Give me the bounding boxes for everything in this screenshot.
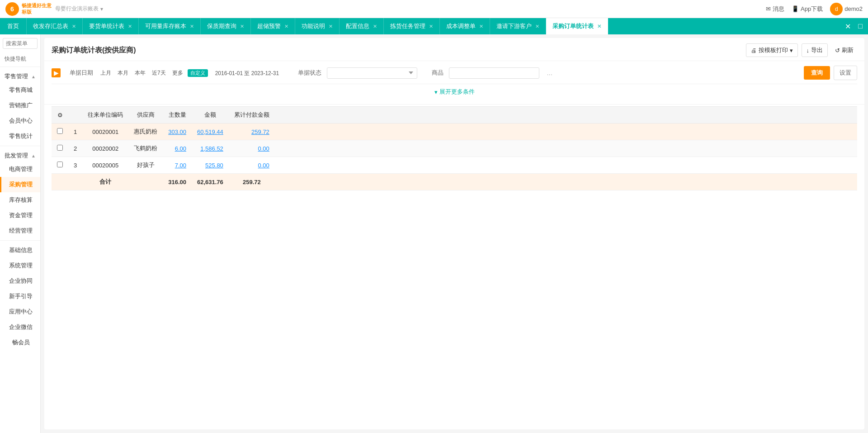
sidebar-item-finance[interactable]: 资金管理 [0, 208, 40, 223]
tab-yaoqing[interactable]: 邀请下游客户 ✕ [490, 18, 546, 34]
sidebar-item-member-center[interactable]: 会员中心 [0, 113, 40, 128]
tab-yaohuo[interactable]: 要货单统计表 ✕ [83, 18, 139, 34]
shortcut-more[interactable]: 更多 [170, 68, 185, 78]
tab-yaohuo-close[interactable]: ✕ [128, 24, 132, 29]
logo-icon: 6 [5, 2, 19, 16]
table-row: 1 00020001 惠氏奶粉 303.00 60,519.44 259.72 [52, 124, 857, 140]
export-button[interactable]: ↓ 导出 [802, 43, 828, 57]
sidebar-item-newguide[interactable]: 新手引导 [0, 289, 40, 304]
tab-peizhi-close[interactable]: ✕ [373, 24, 377, 29]
row-qty-0: 303.00 [163, 124, 192, 140]
status-select[interactable] [327, 67, 417, 79]
sidebar-item-inventory[interactable]: 库存核算 [0, 192, 40, 208]
sidebar-item-retail-shop[interactable]: 零售商城 [0, 82, 40, 98]
logo-area: 6 畅捷通好生意 标版 [5, 2, 52, 16]
sidebar-item-system[interactable]: 系统管理 [0, 258, 40, 273]
footer-amount: 62,631.76 [192, 174, 229, 190]
th-settings[interactable]: ⚙ [52, 107, 68, 124]
custom-badge[interactable]: 自定义 [188, 69, 208, 77]
row-checkbox-2[interactable] [57, 162, 63, 167]
tab-gongnengshuo-close[interactable]: ✕ [329, 24, 333, 29]
goods-input[interactable] [449, 67, 539, 79]
settings-col-icon: ⚙ [57, 112, 63, 119]
message-button[interactable]: ✉ 消息 [766, 5, 784, 13]
top-bar-left: 6 畅捷通好生意 标版 母婴行业演示账表 ▾ [5, 2, 103, 16]
tab-chengbentiao-close[interactable]: ✕ [479, 24, 483, 29]
shortcut-this-year[interactable]: 本年 [133, 68, 147, 78]
tab-yaoqing-close[interactable]: ✕ [535, 24, 539, 29]
settings-button[interactable]: 设置 [834, 66, 857, 80]
breadcrumb[interactable]: 母婴行业演示账表 ▾ [55, 5, 103, 13]
row-check-2[interactable] [52, 157, 68, 174]
tab-close-action[interactable]: ✕ [843, 20, 853, 33]
tab-caigoudan-close[interactable]: ✕ [597, 24, 601, 29]
tab-shoufaahui[interactable]: 收发存汇总表 ✕ [27, 18, 83, 34]
tab-keyongliang[interactable]: 可用量库存账本 ✕ [139, 18, 201, 34]
user-profile[interactable]: d demo2 [830, 3, 863, 15]
goods-more-icon[interactable]: … [547, 70, 552, 76]
tab-keyongliang-close[interactable]: ✕ [190, 24, 194, 29]
search-input[interactable] [3, 38, 38, 49]
tab-yaohuo-label: 要货单统计表 [89, 22, 124, 30]
footer-paid: 259.72 [229, 174, 275, 190]
tab-gongnengshuo[interactable]: 功能说明 ✕ [295, 18, 340, 34]
sidebar-item-vip[interactable]: 畅会员 [0, 335, 40, 350]
sidebar-item-wechat[interactable]: 企业微信 [0, 319, 40, 335]
tab-chaochuyujing-close[interactable]: ✕ [284, 24, 288, 29]
toggle-left-icon[interactable]: ▶ [52, 68, 61, 77]
print-button[interactable]: 🖨 按模板打印 ▾ [746, 43, 798, 57]
tab-shoufaahui-close[interactable]: ✕ [72, 24, 76, 29]
breadcrumb-text: 母婴行业演示账表 [55, 5, 99, 13]
row-check-0[interactable] [52, 124, 68, 140]
row-extra-0 [275, 124, 857, 140]
row-unit-code-0: 00020001 [82, 124, 128, 140]
row-checkbox-0[interactable] [57, 128, 63, 134]
sidebar-item-basic[interactable]: 基础信息 [0, 243, 40, 258]
tab-home[interactable]: 首页 [0, 18, 27, 34]
date-shortcuts: 上月 本月 本年 近7天 更多 自定义 [99, 68, 208, 78]
sidebar-quicknav-label[interactable]: 快捷导航 [0, 52, 40, 65]
shortcut-this-month[interactable]: 本月 [116, 68, 130, 78]
tab-shoufaahui-label: 收发存汇总表 [33, 22, 68, 30]
shortcut-last-month[interactable]: 上月 [99, 68, 113, 78]
tab-baoyuanqi-close[interactable]: ✕ [240, 24, 244, 29]
sidebar-item-purchase[interactable]: 采购管理 [0, 177, 40, 192]
refresh-label: 刷新 [842, 46, 854, 54]
footer-supplier-empty [128, 174, 163, 190]
sidebar-item-appcenter[interactable]: 应用中心 [0, 304, 40, 319]
sidebar-item-retail-stats[interactable]: 零售统计 [0, 128, 40, 144]
app-download-button[interactable]: 📱 App下载 [792, 5, 823, 13]
tab-chaochuyujing[interactable]: 超储预警 ✕ [251, 18, 295, 34]
row-extra-2 [275, 157, 857, 174]
tab-peizhi[interactable]: 配置信息 ✕ [340, 18, 384, 34]
tab-banhuo-close[interactable]: ✕ [429, 24, 433, 29]
shortcut-7days[interactable]: 近7天 [150, 68, 168, 78]
refresh-button[interactable]: ↺ 刷新 [831, 44, 857, 57]
tab-home-label: 首页 [7, 22, 19, 30]
tab-chengbentiao[interactable]: 成本调整单 ✕ [440, 18, 490, 34]
row-check-1[interactable] [52, 140, 68, 157]
refresh-icon: ↺ [835, 47, 840, 54]
export-label: 导出 [811, 46, 823, 54]
sidebar-divider-3 [0, 240, 40, 241]
tab-expand-action[interactable]: □ [856, 20, 864, 32]
tab-baoyuanqi[interactable]: 保质期查询 ✕ [201, 18, 251, 34]
sidebar-item-batch-mgmt[interactable]: 批发管理 ▲ [0, 148, 40, 162]
sidebar-item-enterprise[interactable]: 企业协同 [0, 273, 40, 289]
sidebar-item-ops[interactable]: 经营管理 [0, 223, 40, 238]
date-filter-label: 单据日期 [70, 69, 93, 77]
row-checkbox-1[interactable] [57, 145, 63, 151]
query-button[interactable]: 查询 [804, 66, 830, 80]
footer-empty-1 [52, 174, 68, 190]
th-extra [275, 107, 857, 124]
tab-caigoudan[interactable]: 采购订单统计表 ✕ [546, 18, 608, 34]
th-unit-code: 往来单位编码 [82, 107, 128, 124]
expand-more-button[interactable]: ▾ 展开更多条件 [431, 86, 478, 98]
sidebar: 快捷导航 零售管理 ▲ 零售商城 营销推广 会员中心 零售统计 批发管理 ▲ 电… [0, 34, 41, 433]
row-supplier-2: 好孩子 [128, 157, 163, 174]
sidebar-item-ecommerce[interactable]: 电商管理 [0, 162, 40, 177]
tab-banhuo[interactable]: 拣货任务管理 ✕ [384, 18, 440, 34]
sidebar-item-marketing[interactable]: 营销推广 [0, 98, 40, 113]
download-icon: 📱 [792, 5, 799, 12]
sidebar-item-zero-retail[interactable]: 零售管理 ▲ [0, 69, 40, 82]
